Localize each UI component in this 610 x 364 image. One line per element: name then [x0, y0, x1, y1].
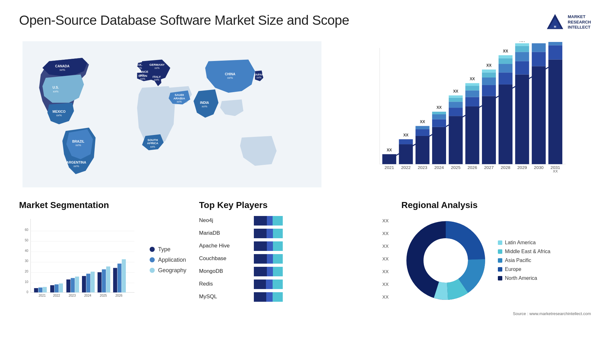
player-bar	[254, 254, 377, 263]
legend-dot-geography	[150, 268, 155, 273]
svg-text:xx%: xx%	[256, 76, 261, 79]
svg-rect-127	[38, 287, 43, 292]
svg-rect-74	[482, 70, 496, 72]
svg-text:2026: 2026	[467, 165, 477, 170]
player-bar-seg1	[254, 280, 266, 289]
donut-legend-apac: Asia Pacific	[498, 258, 550, 263]
top-section: CANADA xx% U.S. xx% MEXICO xx% BRAZIL xx…	[19, 41, 591, 187]
player-bar-seg1	[254, 241, 267, 251]
donut-dot-europe	[498, 267, 502, 272]
svg-rect-57	[449, 108, 463, 116]
segmentation-title: Market Segmentation	[19, 200, 186, 210]
key-players-container: Top Key Players Neo4jXXMariaDBXXApache H…	[199, 200, 389, 305]
svg-text:XX: XX	[403, 133, 409, 138]
svg-text:XX: XX	[503, 49, 508, 54]
svg-rect-144	[106, 266, 110, 293]
donut-legend-europe: Europe	[498, 266, 550, 272]
svg-rect-128	[43, 287, 47, 292]
svg-text:xx%: xx%	[137, 66, 142, 70]
svg-rect-64	[465, 97, 479, 106]
svg-text:XX: XX	[436, 105, 442, 110]
svg-rect-59	[449, 98, 463, 102]
page: Open-Source Database Software Market Siz…	[0, 0, 610, 364]
player-row: MongoDBXX	[199, 267, 389, 276]
svg-text:SOUTH: SOUTH	[147, 138, 158, 142]
svg-text:2023: 2023	[69, 294, 76, 297]
svg-text:0: 0	[27, 290, 29, 294]
svg-text:2030: 2030	[534, 165, 544, 170]
svg-rect-67	[465, 83, 479, 86]
svg-text:U.S.: U.S.	[52, 86, 59, 90]
regional-container: Regional Analysis Latin America	[401, 200, 591, 316]
svg-rect-47	[415, 126, 429, 129]
svg-text:50: 50	[25, 239, 29, 242]
svg-point-155	[426, 241, 466, 280]
player-row: MySQLXX	[199, 292, 389, 301]
legend-item-geography: Geography	[150, 267, 186, 274]
seg-svg-wrap: 0 10 20 30 40 50 60	[19, 216, 140, 304]
player-row: CouchbaseXX	[199, 254, 389, 263]
player-name: MongoDB	[199, 268, 250, 274]
player-xx-label: XX	[382, 256, 389, 261]
donut-label-na: North America	[505, 275, 537, 281]
player-bar-seg2	[267, 254, 273, 264]
donut-dot-apac	[498, 258, 502, 263]
map-container: CANADA xx% U.S. xx% MEXICO xx% BRAZIL xx…	[19, 41, 325, 187]
svg-text:30: 30	[25, 259, 29, 263]
svg-rect-93	[532, 43, 546, 52]
player-bar-seg3	[273, 254, 283, 264]
svg-rect-46	[415, 129, 429, 136]
svg-rect-60	[449, 95, 463, 98]
svg-rect-136	[75, 277, 79, 293]
player-bar-seg3	[273, 241, 282, 251]
svg-text:ARGENTINA: ARGENTINA	[66, 161, 86, 164]
player-name: Neo4j	[199, 217, 250, 224]
svg-rect-85	[515, 61, 529, 75]
world-map-svg: CANADA xx% U.S. xx% MEXICO xx% BRAZIL xx…	[19, 41, 325, 187]
player-row: MariaDBXX	[199, 229, 389, 238]
svg-rect-70	[482, 96, 496, 164]
svg-text:AFRICA: AFRICA	[147, 141, 159, 145]
svg-rect-58	[449, 102, 463, 108]
player-bar-seg3	[273, 267, 283, 276]
svg-rect-53	[432, 112, 446, 114]
svg-text:GERMANY: GERMANY	[149, 63, 165, 66]
player-bar	[254, 267, 377, 276]
svg-text:2025: 2025	[100, 294, 107, 297]
page-title: Open-Source Database Software Market Siz…	[19, 13, 349, 28]
player-xx-label: XX	[382, 243, 389, 249]
legend-dot-application	[150, 257, 155, 262]
svg-text:xx%: xx%	[227, 76, 233, 79]
svg-rect-84	[515, 75, 529, 164]
legend-dot-type	[150, 247, 155, 252]
player-bar-seg1	[254, 216, 267, 226]
svg-text:xx%: xx%	[150, 145, 155, 148]
svg-text:CHINA: CHINA	[225, 72, 236, 76]
player-bar-seg2	[267, 241, 273, 251]
player-bar-seg3	[273, 280, 283, 289]
svg-text:10: 10	[25, 280, 29, 284]
donut-legend: Latin America Middle East & Africa Asia …	[498, 240, 550, 281]
player-bar-seg2	[267, 216, 273, 226]
donut-legend-latin: Latin America	[498, 240, 550, 246]
svg-rect-56	[449, 116, 463, 164]
legend-label-type: Type	[158, 246, 170, 253]
player-bar-seg2	[267, 229, 273, 238]
svg-rect-42	[399, 139, 413, 144]
svg-rect-66	[465, 86, 479, 91]
player-bar-seg3	[273, 216, 283, 226]
svg-text:MEXICO: MEXICO	[52, 110, 65, 113]
svg-text:ARABIA: ARABIA	[173, 97, 185, 100]
svg-rect-71	[482, 85, 496, 96]
player-name: Redis	[199, 281, 250, 287]
svg-text:BRAZIL: BRAZIL	[72, 140, 85, 143]
svg-rect-140	[91, 272, 95, 292]
bar-chart-svg: 2021 XX 2022 XX 2023 XX 2024 XX	[341, 41, 591, 187]
legend-item-type: Type	[150, 246, 186, 253]
svg-text:2023: 2023	[417, 165, 427, 170]
svg-rect-45	[415, 136, 429, 164]
player-row: RedisXX	[199, 280, 389, 288]
player-row: Neo4jXX	[199, 216, 389, 225]
svg-text:XX: XX	[519, 41, 525, 43]
svg-text:2021: 2021	[384, 165, 394, 170]
